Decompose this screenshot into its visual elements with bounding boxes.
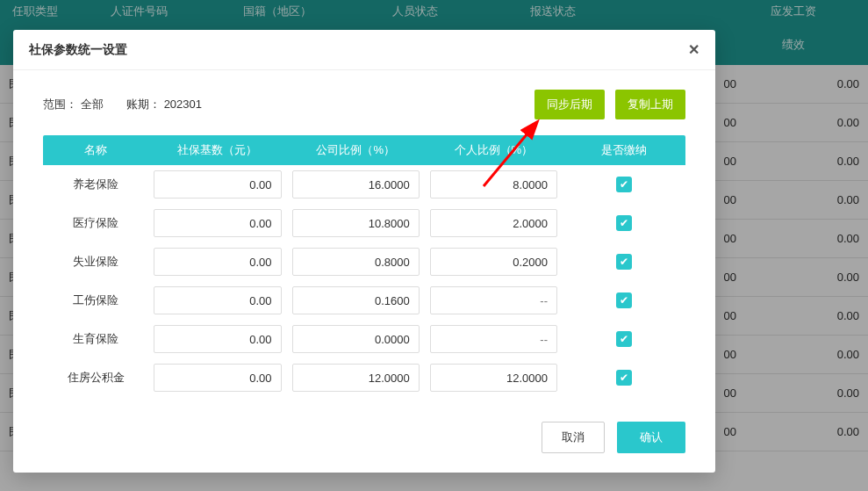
company-ratio-input[interactable] xyxy=(292,209,420,237)
table-row: 医疗保险✔ xyxy=(43,204,685,242)
enabled-checkbox[interactable]: ✔ xyxy=(616,331,632,347)
table-row: 失业保险✔ xyxy=(43,242,685,281)
row-name: 生育保险 xyxy=(43,320,148,358)
modal-header: 社保参数统一设置 ✕ xyxy=(13,30,715,70)
company-ratio-input[interactable] xyxy=(292,364,420,392)
cancel-button[interactable]: 取消 xyxy=(542,422,605,453)
base-input[interactable] xyxy=(154,325,282,353)
personal-ratio-input[interactable] xyxy=(430,325,557,353)
enabled-checkbox[interactable]: ✔ xyxy=(616,254,632,270)
enabled-checkbox[interactable]: ✔ xyxy=(616,370,632,386)
sync-later-periods-button[interactable]: 同步后期 xyxy=(534,90,605,119)
insurance-params-table: 名称 社保基数（元） 公司比例（%） 个人比例（%） 是否缴纳 养老保险✔医疗保… xyxy=(43,135,685,397)
enabled-checkbox[interactable]: ✔ xyxy=(616,215,632,231)
range-value: 全部 xyxy=(81,97,104,111)
row-name: 养老保险 xyxy=(43,165,148,204)
company-ratio-input[interactable] xyxy=(292,170,420,199)
row-name: 医疗保险 xyxy=(43,204,148,242)
col-company: 公司比例（%） xyxy=(287,135,425,165)
enabled-checkbox[interactable]: ✔ xyxy=(616,177,632,192)
confirm-button[interactable]: 确认 xyxy=(617,422,685,453)
table-row: 生育保险✔ xyxy=(43,320,685,358)
row-name: 住房公积金 xyxy=(43,358,148,397)
col-personal: 个人比例（%） xyxy=(425,135,563,165)
personal-ratio-input[interactable] xyxy=(430,286,557,314)
base-input[interactable] xyxy=(154,286,282,314)
social-insurance-params-modal: 社保参数统一设置 ✕ 范围：全部 账期：202301 同步后期 复制上期 名称 … xyxy=(13,30,715,473)
col-base: 社保基数（元） xyxy=(148,135,287,165)
personal-ratio-input[interactable] xyxy=(430,209,557,237)
col-name: 名称 xyxy=(43,135,148,165)
close-icon[interactable]: ✕ xyxy=(688,41,699,58)
personal-ratio-input[interactable] xyxy=(430,248,557,276)
period-label: 账期： xyxy=(126,97,161,111)
personal-ratio-input[interactable] xyxy=(430,364,557,392)
base-input[interactable] xyxy=(154,248,282,276)
personal-ratio-input[interactable] xyxy=(430,170,557,199)
modal-title: 社保参数统一设置 xyxy=(29,42,127,58)
company-ratio-input[interactable] xyxy=(292,325,420,353)
modal-toolbar: 范围：全部 账期：202301 同步后期 复制上期 xyxy=(43,90,685,119)
table-row: 工伤保险✔ xyxy=(43,281,685,320)
period-value: 202301 xyxy=(164,97,202,111)
company-ratio-input[interactable] xyxy=(292,286,420,314)
range-label: 范围： xyxy=(43,97,77,111)
row-name: 工伤保险 xyxy=(43,281,148,320)
base-input[interactable] xyxy=(154,364,282,392)
copy-prev-period-button[interactable]: 复制上期 xyxy=(615,90,685,119)
row-name: 失业保险 xyxy=(43,242,148,281)
company-ratio-input[interactable] xyxy=(292,248,420,276)
base-input[interactable] xyxy=(154,209,282,237)
table-row: 养老保险✔ xyxy=(43,165,685,204)
table-row: 住房公积金✔ xyxy=(43,358,685,397)
base-input[interactable] xyxy=(154,170,282,199)
col-enabled: 是否缴纳 xyxy=(563,135,685,165)
enabled-checkbox[interactable]: ✔ xyxy=(616,292,632,308)
